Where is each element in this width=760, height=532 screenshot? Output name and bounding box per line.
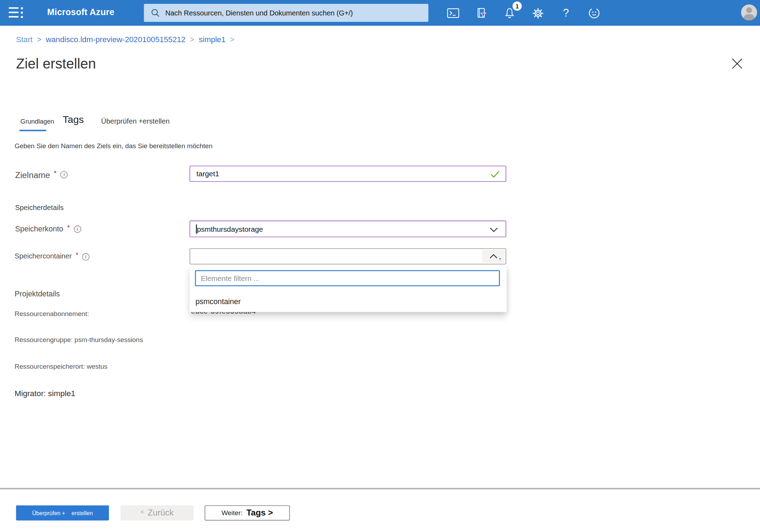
migrator-row: Migrator: simple1 bbox=[15, 389, 76, 398]
info-icon[interactable]: i bbox=[74, 225, 81, 233]
next-emphasis: Tags > bbox=[246, 508, 273, 518]
back-chevron: < bbox=[141, 508, 144, 516]
required-asterisk: * bbox=[54, 169, 57, 177]
zielname-input[interactable] bbox=[190, 166, 506, 181]
resource-location-value: westus bbox=[87, 363, 108, 370]
zielname-label: Zielname bbox=[15, 170, 50, 180]
breadcrumb-item-simple1[interactable]: simple1 bbox=[199, 35, 226, 44]
resource-group-row: Ressourcengruppe: psm-thursday-sessions bbox=[15, 336, 143, 344]
dropdown-filter-input[interactable] bbox=[196, 271, 499, 285]
back-button[interactable]: < Zurück bbox=[121, 505, 194, 520]
breadcrumb-separator: > bbox=[190, 35, 194, 44]
dropdown-filter-field bbox=[195, 270, 500, 286]
speichercontainer-combobox[interactable] bbox=[190, 248, 506, 264]
breadcrumb-item-start[interactable]: Start bbox=[16, 35, 33, 44]
valid-check-icon bbox=[490, 170, 500, 178]
section-projektdetails: Projektdetails bbox=[15, 290, 60, 298]
next-prefix: Weiter: bbox=[222, 509, 243, 517]
active-tab-underline bbox=[19, 130, 46, 131]
user-avatar[interactable] bbox=[741, 4, 757, 20]
hamburger-bar bbox=[9, 16, 19, 18]
hamburger-bar bbox=[9, 12, 19, 13]
tab-tags[interactable]: Tags bbox=[63, 114, 84, 125]
hamburger-bar bbox=[9, 7, 19, 9]
container-dropdown-panel: psmcontainer bbox=[190, 265, 507, 312]
review-create-button[interactable]: Überprüfen + erstellen bbox=[16, 505, 109, 520]
required-asterisk: * bbox=[76, 251, 78, 259]
chevron-down-icon[interactable] bbox=[490, 228, 498, 232]
subscription-label: Ressourcenabonnement: bbox=[15, 310, 89, 317]
footer-divider bbox=[0, 488, 760, 489]
global-search[interactable] bbox=[144, 4, 429, 22]
resource-location-row: Ressourcenspeicherort: westus bbox=[15, 363, 108, 370]
resource-group-label: Ressourcengruppe: bbox=[15, 336, 73, 344]
azure-portal-page: Microsoft Azure bbox=[0, 0, 760, 532]
info-icon[interactable]: i bbox=[60, 171, 68, 178]
resource-location-label: Ressourcenspeicherort: bbox=[15, 363, 85, 370]
text-caret bbox=[196, 224, 197, 234]
speichercontainer-label: Speichercontainer bbox=[15, 252, 72, 260]
settings-gear-icon[interactable] bbox=[530, 5, 546, 21]
zielname-field bbox=[190, 166, 506, 182]
notification-count-badge: 1 bbox=[513, 1, 522, 11]
required-asterisk: * bbox=[67, 224, 70, 231]
speicherkonto-input[interactable] bbox=[190, 221, 477, 237]
search-input[interactable] bbox=[165, 9, 418, 17]
hamburger-dot bbox=[21, 16, 23, 18]
breadcrumb-separator: > bbox=[37, 35, 41, 44]
info-icon[interactable]: i bbox=[82, 253, 90, 261]
hamburger-dot bbox=[21, 7, 23, 9]
tab-ueberpruefen-erstellen[interactable]: Überprüfen +erstellen bbox=[101, 117, 170, 125]
combobox-collapse-button[interactable] bbox=[482, 250, 505, 263]
breadcrumb-item-migrator[interactable]: wandisco.ldm-preview-20201005155212 bbox=[46, 35, 186, 44]
speicherkonto-field bbox=[190, 221, 506, 237]
speichercontainer-input[interactable] bbox=[190, 249, 479, 264]
back-label: Zurück bbox=[148, 508, 174, 518]
cloud-shell-icon[interactable] bbox=[445, 5, 461, 21]
page-title: Ziel erstellen bbox=[16, 56, 96, 72]
migrator-value: simple1 bbox=[48, 389, 76, 398]
close-icon[interactable] bbox=[731, 57, 743, 70]
breadcrumb-separator: > bbox=[230, 35, 234, 44]
dropdown-option-psmcontainer[interactable]: psmcontainer bbox=[195, 297, 241, 306]
migrator-label: Migrator: bbox=[15, 389, 46, 398]
speichercontainer-label-row: Speichercontainer * i bbox=[15, 252, 90, 260]
next-tags-button[interactable]: Weiter: Tags > bbox=[205, 505, 290, 520]
speicherkonto-label: Speicherkonto bbox=[15, 224, 63, 233]
feedback-smiley-icon[interactable] bbox=[586, 5, 603, 21]
resource-group-value: psm-thursday-sessions bbox=[74, 336, 143, 344]
chevron-up-icon bbox=[490, 254, 498, 258]
hamburger-menu-icon[interactable] bbox=[9, 6, 24, 19]
breadcrumb: Start > wandisco.ldm-preview-20201005155… bbox=[16, 35, 235, 44]
intro-text: Geben Sie den Namen des Ziels ein, das S… bbox=[15, 142, 213, 150]
tab-grundlagen[interactable]: Grundlagen bbox=[20, 118, 54, 125]
directory-filter-icon[interactable] bbox=[473, 5, 490, 21]
notifications-bell-icon[interactable]: 1 bbox=[501, 5, 518, 21]
search-icon bbox=[151, 8, 160, 18]
hamburger-dot bbox=[21, 12, 23, 14]
zielname-label-row: Zielname * i bbox=[15, 170, 68, 180]
combobox-dot bbox=[499, 258, 501, 260]
help-icon[interactable]: ? bbox=[558, 5, 574, 21]
section-speicherdetails: Speicherdetails bbox=[15, 204, 64, 211]
top-bar: Microsoft Azure bbox=[0, 0, 760, 26]
azure-brand-logo[interactable]: Microsoft Azure bbox=[47, 7, 114, 18]
speicherkonto-label-row: Speicherkonto * i bbox=[15, 224, 81, 233]
